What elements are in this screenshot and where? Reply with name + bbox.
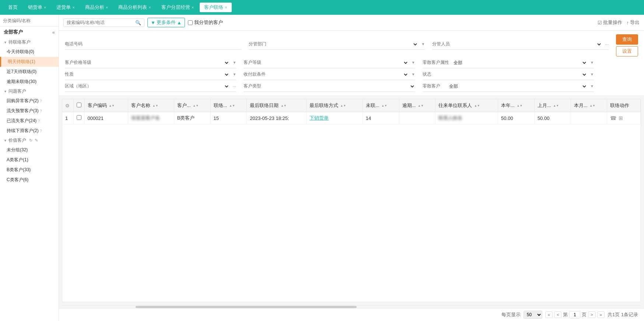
- nav-customer-tier[interactable]: 客户分层经营 ×: [157, 3, 198, 12]
- sort-icon[interactable]: ▲▼: [229, 104, 235, 107]
- sort-icon[interactable]: ▲▼: [340, 104, 346, 107]
- nav-product-analysis-list[interactable]: 商品分析列表 ×: [114, 3, 155, 12]
- sidebar-item-tomorrow-contact[interactable]: 明天待联络(1): [0, 57, 59, 67]
- col-last-contact-method: 最后联络方式 ▲▼: [306, 99, 363, 112]
- chevron-down-icon: ▼: [590, 84, 594, 88]
- filter-phone-label: 电话号码: [65, 41, 87, 47]
- batch-ops-button[interactable]: ☑ 批量操作: [598, 19, 622, 26]
- close-icon[interactable]: ×: [72, 5, 74, 10]
- nav-customer-contact[interactable]: 客户联络 ×: [200, 3, 231, 12]
- sort-icon[interactable]: ▲▼: [517, 104, 523, 107]
- next-page-button[interactable]: >: [588, 311, 595, 318]
- more-icon[interactable]: ···: [232, 84, 236, 89]
- nav-home[interactable]: 首页: [4, 3, 22, 12]
- filter-retail-customer-select[interactable]: 全部: [448, 83, 587, 89]
- col-no-contact: 未联... ▲▼: [363, 99, 399, 112]
- sidebar-item-7day-contact[interactable]: 近7天待联络(0): [0, 67, 59, 77]
- col-contact-count: 联络... ▲▼: [210, 99, 247, 112]
- gear-icon[interactable]: ⚙: [65, 103, 70, 108]
- sidebar-item-churned[interactable]: 已流失客户(24) ?: [0, 116, 59, 126]
- horizontal-scrollbar[interactable]: [62, 305, 641, 308]
- nav-sales-order[interactable]: 销货单 ×: [24, 3, 50, 12]
- filter-customer-type-select[interactable]: [269, 83, 415, 89]
- filter-status-select[interactable]: [448, 72, 587, 77]
- cell-overdue: [399, 112, 435, 124]
- chevron-down-icon: ▼: [421, 42, 425, 46]
- all-customers-header[interactable]: 全部客户 «: [0, 27, 59, 38]
- filter-price-level-select[interactable]: [94, 60, 230, 66]
- close-icon[interactable]: ×: [106, 5, 108, 10]
- close-icon[interactable]: ×: [192, 5, 194, 10]
- prev-page-button[interactable]: <: [554, 311, 561, 318]
- filter-retail-attr-select[interactable]: 全部: [452, 60, 587, 66]
- search-icon[interactable]: 🔍: [135, 20, 141, 25]
- close-icon[interactable]: ×: [44, 5, 46, 10]
- my-customers-checkbox-label[interactable]: 我分管的客户: [188, 19, 223, 26]
- first-page-button[interactable]: «: [545, 311, 553, 318]
- grid-icon[interactable]: ⊞: [619, 115, 623, 121]
- sidebar-item-churn-warning[interactable]: 流失预警客户(3) ?: [0, 106, 59, 116]
- sidebar-search-input[interactable]: [3, 18, 58, 23]
- collapse-icon[interactable]: «: [52, 30, 55, 35]
- sidebar-item-ungrouped[interactable]: 未分组(32): [0, 145, 59, 155]
- sort-icon[interactable]: ▲▼: [153, 104, 158, 107]
- select-all-checkbox[interactable]: [77, 103, 81, 107]
- filter-customer-level-select[interactable]: [269, 60, 408, 66]
- my-customers-checkbox[interactable]: [188, 20, 193, 25]
- export-button[interactable]: ↑ 导出: [627, 19, 640, 26]
- filter-nature-select[interactable]: [90, 72, 230, 77]
- col-this-year: 本年... ▲▼: [498, 99, 535, 112]
- filter-person-select[interactable]: [457, 41, 602, 47]
- close-icon[interactable]: ×: [148, 5, 151, 10]
- filter-dept-label: 分管部门: [249, 41, 271, 47]
- sidebar-item-class-b[interactable]: B类客户(33): [0, 165, 59, 175]
- sort-icon[interactable]: ▲▼: [553, 104, 559, 107]
- phone-icon[interactable]: ☎: [610, 115, 616, 121]
- nav-product-analysis[interactable]: 商品分析 ×: [81, 3, 112, 12]
- search-input[interactable]: [67, 20, 134, 25]
- last-page-button[interactable]: »: [597, 311, 605, 318]
- sidebar-item-declining[interactable]: 持续下滑客户(2) ?: [0, 126, 59, 136]
- sort-icon[interactable]: ▲▼: [381, 104, 387, 107]
- all-customers-label: 全部客户: [4, 29, 23, 35]
- filter-nature-label: 性质: [65, 71, 87, 77]
- cell-code: 000021: [84, 112, 128, 124]
- page-suffix: 页: [582, 311, 587, 318]
- sort-icon[interactable]: ▲▼: [281, 104, 287, 107]
- sort-icon[interactable]: ▲▼: [109, 104, 115, 107]
- contact-method-link[interactable]: 下销货单: [309, 115, 329, 121]
- row-checkbox[interactable]: [77, 115, 81, 120]
- filter-customer-level-label: 客户等级: [244, 59, 266, 66]
- customer-table: ⚙ 客户编码 ▲▼ 客户名称 ▲▼: [62, 99, 641, 124]
- more-icon[interactable]: ···: [605, 42, 609, 47]
- sort-icon[interactable]: ▲▼: [474, 104, 480, 107]
- filter-dept: 分管部门 ▼: [249, 41, 425, 50]
- sort-icon[interactable]: ▲▼: [589, 104, 595, 107]
- scrollbar-thumb[interactable]: [136, 306, 357, 308]
- more-conditions-button[interactable]: ▼ 更多条件 ▲: [147, 18, 185, 27]
- page-input[interactable]: [569, 311, 580, 318]
- close-icon[interactable]: ×: [225, 5, 227, 10]
- sort-icon[interactable]: ▲▼: [193, 104, 199, 107]
- query-button[interactable]: 查询: [616, 34, 638, 45]
- sidebar-item-today-contact[interactable]: 今天待联络(0): [0, 47, 59, 57]
- filter-row-1: 电话号码 分管部门 ▼ 分管人员 ··· 查询 设置: [65, 34, 638, 56]
- sidebar-item-overdue-contact[interactable]: 逾期未联络(30): [0, 77, 59, 87]
- filter-region-select[interactable]: [94, 83, 230, 89]
- cell-this-month: [571, 112, 607, 124]
- filter-payment-select[interactable]: [269, 72, 408, 77]
- filter-retail-customer-label: 零散客户: [423, 83, 445, 89]
- per-page-select[interactable]: 50 100: [524, 311, 542, 319]
- filter-phone-input[interactable]: [90, 42, 241, 47]
- sort-icon[interactable]: ▲▼: [418, 104, 424, 107]
- sidebar-item-class-c[interactable]: C类客户(6): [0, 175, 59, 185]
- sidebar-item-class-a[interactable]: A类客户(1): [0, 155, 59, 165]
- help-icon: ?: [40, 99, 42, 103]
- filter-action-buttons: 查询 设置: [616, 34, 638, 56]
- filter-dept-select[interactable]: [274, 41, 419, 47]
- help-icon: ?: [38, 119, 40, 123]
- content-area: 🔍 ▼ 更多条件 ▲ 我分管的客户 ☑ 批量操作 ↑ 导出: [59, 15, 644, 321]
- settings-button[interactable]: 设置: [616, 46, 638, 56]
- nav-purchase-order[interactable]: 进货单 ×: [52, 3, 79, 12]
- sidebar-item-repurchase-abnormal[interactable]: 回购异常客户(2) ?: [0, 96, 59, 106]
